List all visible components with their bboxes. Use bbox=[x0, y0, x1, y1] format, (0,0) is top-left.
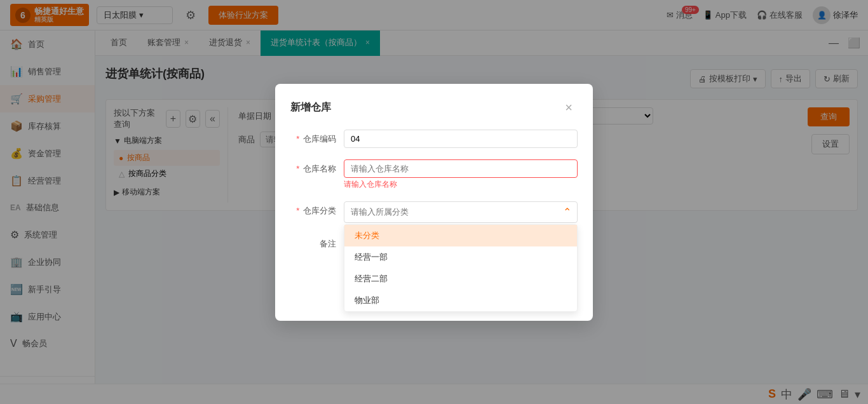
category-wrap: ⌃ 未分类 经营一部 经营二部 物业部 bbox=[344, 201, 578, 223]
modal-overlay[interactable]: 新增仓库 × * 仓库编码 * 仓库名称 请输入仓库名称 bbox=[0, 0, 868, 404]
modal-form: * 仓库编码 * 仓库名称 请输入仓库名称 * bbox=[290, 130, 578, 273]
modal-header: 新增仓库 × bbox=[290, 99, 578, 117]
code-label: * 仓库编码 bbox=[290, 130, 336, 145]
form-row-name: * 仓库名称 请输入仓库名称 bbox=[290, 159, 578, 190]
chevron-up-icon[interactable]: ⌃ bbox=[557, 202, 577, 222]
form-row-code: * 仓库编码 bbox=[290, 130, 578, 148]
name-input[interactable] bbox=[344, 159, 578, 178]
category-input-row: ⌃ bbox=[344, 201, 578, 223]
category-dropdown: 未分类 经营一部 经营二部 物业部 bbox=[344, 224, 578, 312]
warehouse-modal: 新增仓库 × * 仓库编码 * 仓库名称 请输入仓库名称 bbox=[275, 84, 593, 321]
code-input[interactable] bbox=[344, 130, 578, 148]
modal-close-button[interactable]: × bbox=[560, 99, 578, 117]
name-error-text: 请输入仓库名称 bbox=[344, 179, 578, 190]
modal-title: 新增仓库 bbox=[290, 101, 331, 114]
name-input-wrap: 请输入仓库名称 bbox=[344, 159, 578, 190]
dropdown-item-2[interactable]: 经营二部 bbox=[344, 268, 577, 290]
name-label: * 仓库名称 bbox=[290, 159, 336, 175]
category-input[interactable] bbox=[344, 203, 557, 220]
form-row-category: * 仓库分类 ⌃ 未分类 经营一部 经营二部 物业部 bbox=[290, 201, 578, 223]
dropdown-item-0[interactable]: 未分类 bbox=[344, 225, 577, 246]
dropdown-item-1[interactable]: 经营一部 bbox=[344, 246, 577, 268]
category-label: * 仓库分类 bbox=[290, 201, 336, 217]
dropdown-item-3[interactable]: 物业部 bbox=[344, 290, 577, 311]
remark-label: 备注 bbox=[290, 234, 336, 250]
